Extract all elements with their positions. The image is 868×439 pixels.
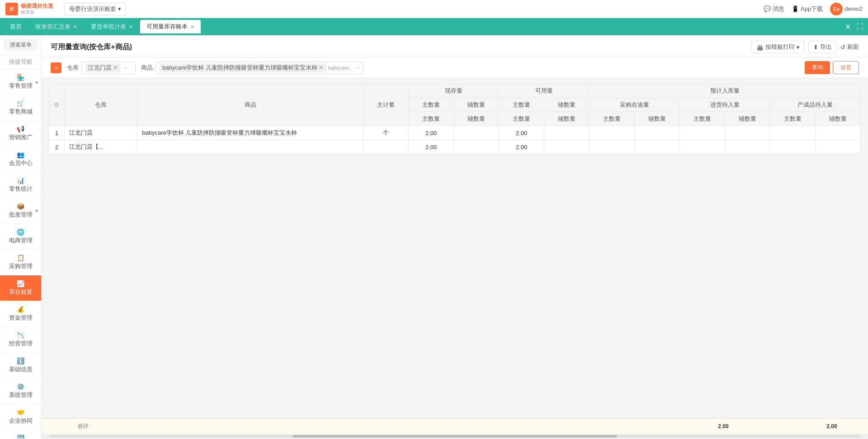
- th-planned-inbound: 预计入库量: [590, 84, 861, 98]
- ecommerce-icon: 🌐: [17, 228, 24, 236]
- purchase-icon: 📋: [17, 254, 24, 261]
- product-tag: babycare学饮杯 儿童防摔防撞吸管杯重力球吸嘴杯宝宝水杯 ✕: [160, 63, 326, 72]
- logo-main-text: 畅捷通好生意: [21, 3, 53, 9]
- export-label: 导出: [820, 43, 832, 51]
- finance-icon: 💰: [17, 306, 24, 313]
- product-tag-short: babycare...: [328, 65, 353, 71]
- sidebar-item-member-center[interactable]: 👥 会员中心: [0, 146, 41, 172]
- settings-button[interactable]: 设置: [833, 61, 859, 74]
- tab-available-stock[interactable]: 可用量库存账本 ✕: [140, 20, 201, 33]
- th-pur-aux: 辅数量: [635, 112, 680, 126]
- sidebar-item-purchase[interactable]: 📋 采购管理: [0, 250, 41, 275]
- cell-curr-aux-1: [454, 140, 499, 154]
- top-bar-right: 💬 消息 📱 App下载 Ea demo2: [764, 3, 863, 15]
- app-download-button[interactable]: 📱 App下载: [792, 5, 823, 13]
- sidebar-item-retail-stats[interactable]: 📊 零售统计: [0, 172, 41, 198]
- product-tag-remove-icon[interactable]: ✕: [319, 64, 324, 71]
- refresh-button[interactable]: ↺ 刷新: [840, 43, 859, 51]
- cell-warehouse-1: 江北门店【...: [65, 140, 137, 154]
- fullscreen-icon[interactable]: ⛶: [855, 22, 864, 32]
- sidebar-item-system[interactable]: ⚙️ 系统管理: [0, 378, 41, 404]
- warehouse-tag-remove-icon[interactable]: ✕: [113, 64, 118, 71]
- new-guide-icon: 🆕: [17, 434, 24, 439]
- close-all-tabs-icon[interactable]: ✕: [844, 22, 852, 32]
- th-prod-main: 主数量: [770, 112, 815, 126]
- user-area[interactable]: Ea demo2: [830, 3, 863, 15]
- tab-receive-summary[interactable]: 收发存汇总表 ✕: [29, 20, 84, 33]
- close-order-stats-icon[interactable]: ✕: [129, 24, 133, 30]
- export-button[interactable]: ⬆ 导出: [808, 41, 837, 53]
- th-inc-main: 主数量: [680, 112, 725, 126]
- sidebar-item-basic-info[interactable]: ℹ️ 基础信息: [0, 353, 41, 378]
- data-table: ⚙ 仓库 商品 主计量 现存量 可用量 预计入库量 主数量 辅数量 主数量 辅数…: [49, 84, 861, 154]
- sidebar-item-retail-mgmt[interactable]: 🏪 零售管理: [0, 69, 41, 95]
- template-print-label: 按模板打印: [765, 43, 795, 51]
- home-tab-label: 首页: [10, 23, 22, 31]
- sidebar-quick-nav: 快捷导航: [0, 55, 41, 69]
- th-current-main-qty: 主数量: [409, 98, 454, 112]
- sidebar-item-wholesale-mgmt[interactable]: 📦 批发管理: [0, 198, 41, 224]
- warehouse-filter-value[interactable]: 江北门店 ✕ ···: [81, 61, 136, 74]
- sidebar-item-inventory[interactable]: 📈 库存核算: [0, 275, 41, 301]
- scrollbar-track: [49, 435, 861, 438]
- cell-pur-main-0: [590, 126, 635, 140]
- warehouse-filter-label: 仓库: [67, 64, 79, 72]
- retail-stats-icon: 📊: [17, 177, 24, 184]
- filter-toggle-button[interactable]: »: [51, 62, 61, 73]
- th-production-pending: 产成品待入量: [770, 98, 860, 112]
- export-icon: ⬆: [813, 44, 818, 51]
- app-icon: 📱: [792, 5, 799, 12]
- industry-selector[interactable]: 母婴行业演示账套 ▾: [64, 3, 126, 15]
- sidebar-item-ecommerce[interactable]: 🌐 电商管理: [0, 224, 41, 250]
- close-receive-summary-icon[interactable]: ✕: [73, 24, 77, 30]
- search-menu-button[interactable]: 搜索菜单: [4, 39, 38, 51]
- system-label: 系统管理: [9, 391, 33, 399]
- member-center-label: 会员中心: [9, 159, 33, 167]
- th-product: 商品: [137, 84, 363, 126]
- chevron-down-icon: ▾: [118, 5, 121, 12]
- cell-inc-aux-1: [725, 140, 770, 154]
- cell-unit-1: [363, 140, 409, 154]
- tab-home[interactable]: 首页: [4, 20, 28, 33]
- sidebar-item-new-guide[interactable]: 🆕 新手引导: [0, 430, 41, 439]
- sidebar-item-finance[interactable]: 💰 资金管理: [0, 301, 41, 327]
- footer-values: 2.00 2.00: [443, 423, 859, 430]
- table-wrapper: ⚙ 仓库 商品 主计量 现存量 可用量 预计入库量 主数量 辅数量 主数量 辅数…: [42, 78, 868, 418]
- warehouse-filter-field: 仓库 江北门店 ✕ ···: [67, 61, 136, 74]
- logo-icon: 好: [5, 3, 18, 15]
- warehouse-tag: 江北门店 ✕: [85, 63, 121, 72]
- message-button[interactable]: 💬 消息: [764, 5, 784, 13]
- sidebar-item-retail-mall[interactable]: 🛒 零售商城: [0, 95, 41, 121]
- scrollbar-thumb[interactable]: [292, 435, 617, 438]
- receive-summary-label: 收发存汇总表: [35, 23, 71, 31]
- ecommerce-label: 电商管理: [9, 236, 33, 245]
- nav-tabs: 首页 收发存汇总表 ✕ 要货单统计表 ✕ 可用量库存账本 ✕ ✕ ⛶: [0, 18, 868, 35]
- close-available-stock-icon[interactable]: ✕: [190, 24, 194, 30]
- cell-prod-aux-0: [815, 126, 860, 140]
- enterprise-label: 企业协同: [9, 417, 33, 425]
- system-icon: ⚙️: [17, 383, 24, 390]
- basic-info-icon: ℹ️: [17, 357, 24, 364]
- cell-pur-aux-1: [635, 140, 680, 154]
- cell-seq-1: 2: [49, 140, 65, 154]
- refresh-icon: ↺: [840, 44, 845, 51]
- th-available-qty: 可用量: [499, 84, 590, 98]
- cell-pur-main-1: [590, 140, 635, 154]
- cell-curr-main-0: 2.00: [409, 126, 454, 140]
- th-cs-main: 主数量: [409, 112, 454, 126]
- tab-order-stats[interactable]: 要货单统计表 ✕: [85, 20, 139, 33]
- sidebar-item-operations[interactable]: 📉 经营管理: [0, 327, 41, 353]
- table-row: 1 江北门店 babycare学饮杯 儿童防摔防撞吸管杯重力球吸嘴杯宝宝水杯 个…: [49, 126, 861, 140]
- cell-pur-aux-0: [635, 126, 680, 140]
- logo-sub-text: 标准版: [21, 9, 53, 15]
- table-row: 2 江北门店【... 2.00 2.00: [49, 140, 861, 154]
- query-button[interactable]: 查询: [805, 61, 830, 74]
- table-settings-icon[interactable]: ⚙: [54, 101, 60, 109]
- product-filter-value[interactable]: babycare学饮杯 儿童防摔防撞吸管杯重力球吸嘴杯宝宝水杯 ✕ babyca…: [156, 61, 363, 74]
- sidebar-item-marketing[interactable]: 📢 营销推广: [0, 121, 41, 146]
- top-bar: 好 畅捷通好生意 标准版 母婴行业演示账套 ▾ 💬 消息 📱 App下载 Ea …: [0, 0, 868, 18]
- template-print-button[interactable]: 🖨️ 按模板打印 ▾: [751, 41, 805, 53]
- cell-avail-aux-1: [544, 140, 590, 154]
- retail-stats-label: 零售统计: [9, 185, 33, 193]
- sidebar-item-enterprise[interactable]: 🤝 企业协同: [0, 404, 41, 430]
